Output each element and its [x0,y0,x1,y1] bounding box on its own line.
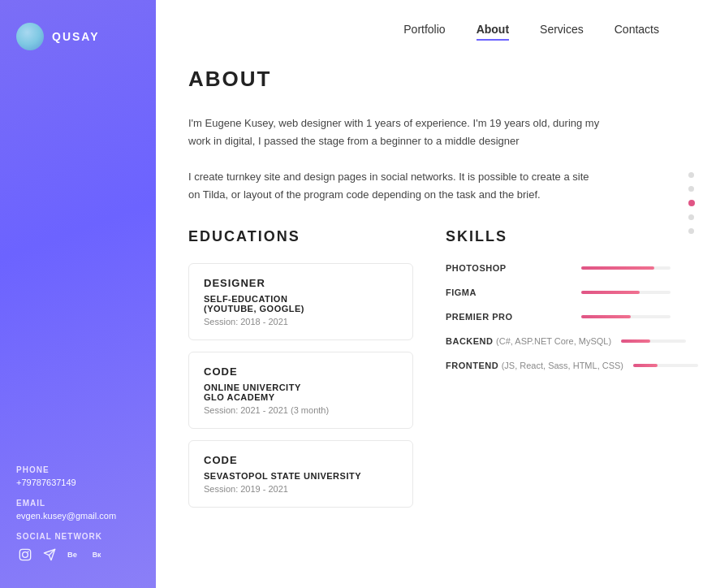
nav-portfolio[interactable]: Portfolio [392,18,456,41]
edu-type-3: CODE [204,454,398,466]
svg-point-2 [28,551,29,553]
nav-contacts[interactable]: Contacts [603,18,671,41]
main-area: Portfolio About Services Contacts ABOUT … [156,0,703,588]
svg-text:Вк: Вк [93,551,101,559]
dot-3[interactable] [688,200,695,206]
skill-bar-fill-backend [621,339,650,343]
edu-card-1: DESIGNER SELF-EDUCATION(Youtube, Google)… [188,263,413,340]
dot-5[interactable] [688,228,694,234]
skill-bar-track-photoshop [581,266,671,270]
bio-paragraph-2: I create turnkey site and design pages i… [188,168,602,204]
svg-point-1 [23,552,28,558]
social-icons: Be Вк [16,546,140,564]
skill-label-photoshop: PHOTOSHOP [446,263,571,273]
edu-school-3: SEVASTOPOL STATE UNIVERSITY [204,471,398,481]
logo-text: QUSAY [52,30,100,43]
social-label: SOCIAL NETWORK [16,532,140,541]
edu-session-1: Session: 2018 - 2021 [204,317,398,326]
sidebar: QUSAY PHONE +79787637149 EMAIL evgen.kus… [0,0,156,588]
education-section: EDUCATIONS DESIGNER SELF-EDUCATION(Youtu… [188,228,413,519]
navigation: Portfolio About Services Contacts [156,0,703,58]
vk-icon[interactable]: Вк [89,546,107,564]
skill-bar-fill-figma [581,291,640,294]
skill-bar-track-figma [581,291,671,294]
telegram-icon[interactable] [41,546,58,564]
email-label: EMAIL [16,499,140,508]
skill-bar-track-frontend [633,364,698,367]
sidebar-contact: PHONE +79787637149 EMAIL evgen.kusey@gma… [0,465,156,588]
content: ABOUT I'm Eugene Kusey, web designer wit… [156,58,703,543]
dot-4[interactable] [688,214,694,220]
svg-text:Be: Be [67,551,77,559]
skill-bar-fill-frontend [633,364,658,367]
skill-label-frontend: FRONTEND (JS, React, Sass, HTML, CSS) [446,361,623,370]
skill-premier: PREMIER PRO [446,312,671,322]
nav-about[interactable]: About [465,18,520,41]
edu-type-2: CODE [204,365,398,378]
skill-backend: BACKEND (C#, ASP.NET Core, MySQL) [446,336,671,346]
skill-bar-track-backend [621,339,686,343]
sections-row: EDUCATIONS DESIGNER SELF-EDUCATION(Youtu… [188,228,671,519]
skill-label-backend: BACKEND (C#, ASP.NET Core, MySQL) [446,336,611,346]
skill-figma: FIGMA [446,288,671,297]
skill-bar-fill-premier [581,315,631,318]
bio-paragraph-1: I'm Eugene Kusey, web designer with 1 ye… [188,115,602,150]
skills-title: SKILLS [446,228,671,245]
edu-card-3: CODE SEVASTOPOL STATE UNIVERSITY Session… [188,440,413,508]
dot-2[interactable] [688,186,694,192]
email-value: evgen.kusey@gmail.com [16,511,140,521]
page-title: ABOUT [188,67,671,92]
skill-bar-fill-photoshop [581,266,654,270]
svg-rect-0 [19,549,30,560]
edu-session-3: Session: 2019 - 2021 [204,484,398,494]
skill-label-figma: FIGMA [446,288,571,297]
skill-photoshop: PHOTOSHOP [446,263,671,273]
skills-section: SKILLS PHOTOSHOP FIGMA PREMIER PRO [446,228,671,385]
edu-session-2: Session: 2021 - 2021 (3 month) [204,405,398,415]
skill-label-premier: PREMIER PRO [446,312,571,322]
skill-frontend: FRONTEND (JS, React, Sass, HTML, CSS) [446,361,671,370]
edu-card-2: CODE ONLINE UNIVERCITYGLO ACADEMY Sessio… [188,352,413,429]
dot-1[interactable] [688,172,694,178]
logo-area: QUSAY [0,0,116,67]
edu-school-1: SELF-EDUCATION(Youtube, Google) [204,294,398,313]
phone-label: PHONE [16,465,140,474]
nav-services[interactable]: Services [528,18,595,41]
edu-school-2: ONLINE UNIVERCITYGLO ACADEMY [204,383,398,402]
educations-title: EDUCATIONS [188,228,413,245]
skill-bar-track-premier [581,315,671,318]
instagram-icon[interactable] [16,546,34,564]
phone-value: +79787637149 [16,478,140,487]
edu-type-1: DESIGNER [204,277,398,289]
page-dots [688,172,695,234]
behance-icon[interactable]: Be [65,546,83,564]
logo-icon [16,23,44,50]
